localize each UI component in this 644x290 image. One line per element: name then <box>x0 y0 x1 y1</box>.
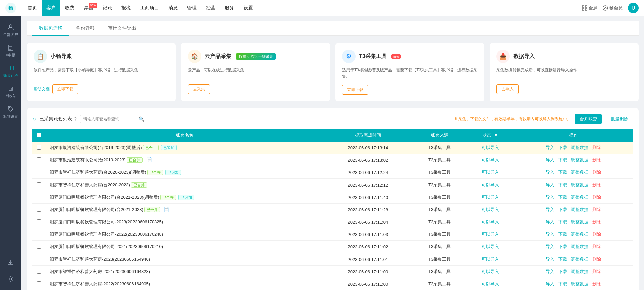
action-delete[interactable]: 删除 <box>592 257 601 262</box>
select-all-checkbox[interactable] <box>37 133 41 137</box>
action-adjust[interactable]: 调整数据 <box>571 145 588 150</box>
t3-download-btn[interactable]: 立即下载 <box>342 85 368 95</box>
action-delete[interactable]: 删除 <box>592 182 601 187</box>
action-download[interactable]: 下载 <box>558 170 567 175</box>
action-download[interactable]: 下载 <box>558 195 567 200</box>
status-filter-icon[interactable]: ▼ <box>494 133 498 138</box>
row-checkbox[interactable] <box>37 219 41 224</box>
sidebar-item-tag-settings[interactable]: 标签设置 <box>0 102 21 122</box>
tab-audit-export[interactable]: 审计文件导出 <box>101 21 143 36</box>
action-delete[interactable]: 删除 <box>592 244 601 249</box>
action-delete[interactable]: 删除 <box>592 281 601 286</box>
search-button[interactable]: 🔍 <box>139 116 144 122</box>
tab-data-migration[interactable]: 数据包迁移 <box>32 21 69 36</box>
row-checkbox[interactable] <box>37 195 41 199</box>
action-import[interactable]: 导入 <box>546 182 554 187</box>
nav-manage[interactable]: 管理 <box>182 0 201 16</box>
nav-operation[interactable]: 经营 <box>201 0 220 16</box>
action-download[interactable]: 下载 <box>558 219 567 224</box>
action-adjust[interactable]: 调整数据 <box>571 195 588 200</box>
row-checkbox[interactable] <box>37 244 41 249</box>
action-import[interactable]: 导入 <box>546 257 554 262</box>
download-btn[interactable]: 立即下载 <box>52 84 78 94</box>
fullscreen-btn[interactable]: 全屏 <box>582 5 597 11</box>
action-import[interactable]: 导入 <box>546 195 554 200</box>
action-download[interactable]: 下载 <box>558 232 567 237</box>
action-import[interactable]: 导入 <box>546 244 554 249</box>
action-delete[interactable]: 删除 <box>592 195 601 200</box>
action-import[interactable]: 导入 <box>546 232 554 237</box>
row-checkbox[interactable] <box>37 157 41 162</box>
action-download[interactable]: 下载 <box>558 157 567 162</box>
sidebar-item-bottom-settings[interactable] <box>0 272 21 286</box>
row-checkbox[interactable] <box>37 232 41 236</box>
action-download[interactable]: 下载 <box>558 281 567 286</box>
action-delete[interactable]: 删除 <box>592 269 601 274</box>
action-download[interactable]: 下载 <box>558 207 567 212</box>
nav-home[interactable]: 首页 <box>23 0 42 16</box>
help-doc-link[interactable]: 帮助文档 <box>34 86 50 92</box>
nav-fee[interactable]: 收费 <box>60 0 79 16</box>
action-import[interactable]: 导入 <box>546 281 554 286</box>
action-adjust[interactable]: 调整数据 <box>571 207 588 212</box>
action-adjust[interactable]: 调整数据 <box>571 244 588 249</box>
sidebar-item-all-customers[interactable]: 全部客户 <box>0 20 21 41</box>
nav-tax[interactable]: 报税 <box>117 0 136 16</box>
action-adjust[interactable]: 调整数据 <box>571 232 588 237</box>
nav-invoice[interactable]: 票据 new <box>79 0 98 16</box>
sidebar-item-account-transfer[interactable]: 账套迁移 <box>0 61 21 81</box>
sidebar-item-zero-declare[interactable]: 0申报 <box>0 41 21 61</box>
action-adjust[interactable]: 调整数据 <box>571 257 588 262</box>
action-adjust[interactable]: 调整数据 <box>571 170 588 175</box>
nav-message[interactable]: 消息 <box>164 0 182 16</box>
action-delete[interactable]: 删除 <box>592 219 601 224</box>
logo[interactable]: 畅 <box>5 3 16 13</box>
action-adjust[interactable]: 调整数据 <box>571 157 588 162</box>
row-checkbox[interactable] <box>37 182 41 187</box>
action-import[interactable]: 导入 <box>546 145 554 150</box>
refresh-icon[interactable]: ↻ <box>32 117 36 122</box>
sidebar-item-download[interactable] <box>0 255 21 269</box>
action-delete[interactable]: 删除 <box>592 145 601 150</box>
action-download[interactable]: 下载 <box>558 257 567 262</box>
action-adjust[interactable]: 调整数据 <box>571 219 588 224</box>
action-delete[interactable]: 删除 <box>592 207 601 212</box>
action-import[interactable]: 导入 <box>546 269 554 274</box>
action-adjust[interactable]: 调整数据 <box>571 182 588 187</box>
nav-settings[interactable]: 设置 <box>239 0 258 16</box>
nav-customer[interactable]: 客户 <box>42 0 60 16</box>
action-download[interactable]: 下载 <box>558 244 567 249</box>
help-icon[interactable]: ? <box>74 116 77 122</box>
action-import[interactable]: 导入 <box>546 157 554 162</box>
sidebar-item-recycle[interactable]: 回收站 <box>0 81 21 102</box>
import-btn[interactable]: 去导入 <box>496 84 519 94</box>
action-import[interactable]: 导入 <box>546 219 554 224</box>
nav-business[interactable]: 工商项目 <box>136 0 164 16</box>
action-download[interactable]: 下载 <box>558 182 567 187</box>
member-btn[interactable]: 畅会员 <box>603 5 623 11</box>
row-checkbox[interactable] <box>37 145 41 150</box>
action-import[interactable]: 导入 <box>546 207 554 212</box>
nav-bookkeeping[interactable]: 记账 <box>98 0 117 16</box>
row-checkbox[interactable] <box>37 207 41 212</box>
action-import[interactable]: 导入 <box>546 170 554 175</box>
batch-delete-btn[interactable]: 批量删除 <box>606 114 633 124</box>
collect-btn[interactable]: 去采集 <box>188 84 210 94</box>
nav-service[interactable]: 服务 <box>220 0 239 16</box>
merge-account-btn[interactable]: 合并账套 <box>575 114 602 124</box>
action-download[interactable]: 下载 <box>558 145 567 150</box>
action-adjust[interactable]: 调整数据 <box>571 269 588 274</box>
row-checkbox[interactable] <box>37 281 41 286</box>
action-delete[interactable]: 删除 <box>592 157 601 162</box>
row-checkbox[interactable] <box>37 269 41 274</box>
action-download[interactable]: 下载 <box>558 269 567 274</box>
row-checkbox[interactable] <box>37 170 41 174</box>
status-badge: 可以导入 <box>482 269 499 274</box>
row-checkbox[interactable] <box>37 257 41 261</box>
avatar[interactable]: U <box>628 3 639 13</box>
search-input[interactable] <box>83 117 139 121</box>
tab-backup-migration[interactable]: 备份迁移 <box>69 21 101 36</box>
action-delete[interactable]: 删除 <box>592 170 601 175</box>
action-adjust[interactable]: 调整数据 <box>571 281 588 286</box>
action-delete[interactable]: 删除 <box>592 232 601 237</box>
